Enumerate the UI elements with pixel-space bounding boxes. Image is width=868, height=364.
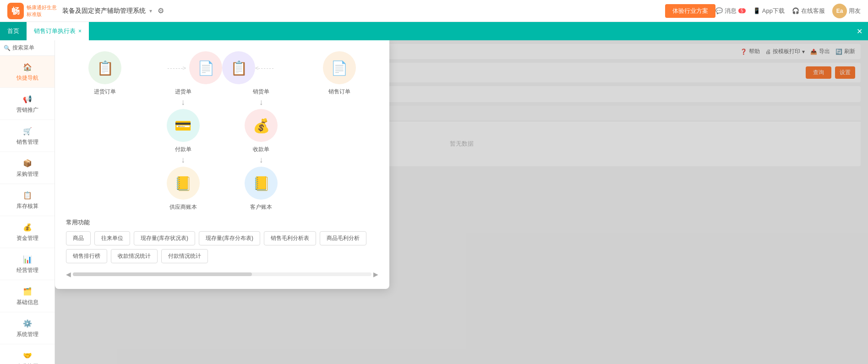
system-title-area: 装备及固定资产辅助管理系统 ▾ ⚙ (62, 6, 660, 15)
purchase-bill-icon: 📄 (189, 51, 222, 84)
receipt-icon: 💰 (245, 109, 278, 142)
message-label: 消息 (725, 7, 737, 15)
arrow-down-sales: ↓ (222, 96, 300, 109)
tab-home[interactable]: 首页 (0, 22, 27, 40)
sidebar-item-label: 营销推广 (16, 106, 38, 114)
marketing-icon: 📢 (22, 93, 33, 104)
logo-area: 畅 畅康通好生意 标准版 (7, 3, 62, 19)
online-service-label: 在线客服 (801, 7, 825, 15)
home-tab-label: 首页 (7, 27, 19, 35)
logo-icon: 畅 (7, 3, 24, 19)
gear-icon[interactable]: ⚙ (158, 6, 164, 15)
flow-diagram: 📋 进货订单 - - - - - -> 📄 (66, 51, 378, 211)
headset-icon: 🎧 (792, 7, 799, 14)
flow-item-receipt[interactable]: 💰 收款单 (222, 109, 300, 153)
flow-col-2: - - - - - -> 📄 进货单 (144, 51, 223, 96)
message-item[interactable]: 💬 消息 5 (715, 7, 746, 15)
sidebar-item-label: 库存核算 (16, 202, 38, 210)
purchase-icon: 📦 (22, 158, 33, 168)
purchase-order-icon: 📋 (88, 51, 121, 84)
sales-bill-icon: 📋 (222, 51, 255, 84)
sales-order-tab-label: 销售订单执行表 (34, 27, 76, 35)
sidebar-item-marketing[interactable]: 📢 营销推广 (0, 88, 55, 120)
sidebar-item-label: 快捷导航 (16, 74, 38, 82)
search-icon: 🔍 (4, 45, 11, 51)
tab-sales-order[interactable]: 销售订单执行表 × (27, 22, 89, 40)
message-icon: 💬 (715, 7, 723, 14)
receipt-label: 收款单 (253, 146, 269, 153)
user-name: 用友 (849, 7, 861, 15)
sidebar-search[interactable]: 🔍 搜索菜单 (0, 40, 55, 56)
app-download-label: App下载 (762, 7, 785, 15)
cf-btn-product-gross[interactable]: 商品毛利分析 (320, 231, 366, 245)
popup-box: 📋 进货订单 - - - - - -> 📄 (55, 40, 389, 289)
home-icon: 🏠 (22, 61, 33, 72)
content-area: ❓ 帮助 🖨 按模板打印 ▾ 📤 导出 🔄 刷新 (55, 40, 868, 364)
trial-button[interactable]: 体验行业方案 (665, 4, 715, 18)
top-header: 畅 畅康通好生意 标准版 装备及固定资产辅助管理系统 ▾ ⚙ 体验行业方案 💬 … (0, 0, 868, 22)
supplier-ledger-label: 供应商账本 (169, 203, 197, 211)
sidebar-item-operations[interactable]: 📊 经营管理 (0, 248, 55, 280)
sidebar-item-base-info[interactable]: 🗂️ 基础信息 (0, 280, 55, 312)
sales-icon: 🛒 (22, 125, 33, 136)
finance-icon: 💰 (22, 222, 33, 233)
sidebar-item-quick-nav[interactable]: 🏠 快捷导航 (0, 56, 55, 88)
online-service-item[interactable]: 🎧 在线客服 (792, 7, 825, 15)
user-avatar: Ea (832, 4, 847, 18)
popup-overlay: 📋 进货订单 - - - - - -> 📄 (55, 40, 868, 364)
user-area[interactable]: Ea 用友 (832, 4, 861, 18)
message-badge: 5 (738, 8, 746, 13)
sidebar-item-system[interactable]: ⚙️ 系统管理 (0, 312, 55, 344)
arrow-down-payment: ↓ (144, 153, 223, 167)
customer-ledger-icon: 📒 (245, 167, 278, 200)
tab-close-icon[interactable]: × (78, 28, 82, 34)
sidebar-item-label: 系统管理 (16, 331, 38, 338)
scrollbar-thumb (73, 272, 252, 276)
cf-buttons-row2: 销售排行榜 收款情况统计 付款情况统计 (66, 249, 378, 263)
window-close-icon[interactable]: ✕ (857, 27, 863, 36)
flow-col-3: 📋 <- - - - - - 销货单 (222, 51, 300, 96)
header-right: 💬 消息 5 📱 App下载 🎧 在线客服 Ea 用友 (715, 4, 861, 18)
sidebar-item-label: 销售管理 (16, 138, 38, 146)
sidebar-item-sales[interactable]: 🛒 销售管理 (0, 120, 55, 152)
cf-btn-stock-dist[interactable]: 现存量(库存分布表) (199, 231, 260, 245)
payment-icon: 💳 (167, 109, 200, 142)
popup-scrollbar: ◀ ▶ (66, 271, 378, 278)
flow-item-payment[interactable]: 💳 付款单 (144, 109, 223, 153)
scroll-right-icon[interactable]: ▶ (373, 271, 378, 278)
scrollbar-track[interactable] (73, 272, 371, 276)
flow-item-purchase-order[interactable]: 📋 进货订单 (66, 51, 144, 96)
logo-text: 畅康通好生意 标准版 (27, 4, 57, 17)
app-download-item[interactable]: 📱 App下载 (753, 7, 785, 15)
scroll-left-icon[interactable]: ◀ (66, 271, 71, 278)
cf-btn-sales-gross[interactable]: 销售毛利分析表 (264, 231, 316, 245)
inventory-icon: 📋 (22, 190, 33, 201)
sales-bill-label: 销货单 (253, 88, 269, 96)
cf-btn-receipt-stats[interactable]: 收款情况统计 (111, 249, 158, 263)
cf-buttons: 商品 往来单位 现存量(库存状况表) 现存量(库存分布表) 销售毛利分析表 商品… (66, 231, 378, 245)
arrow-down-purchase: ↓ (144, 96, 223, 109)
sidebar-item-purchase[interactable]: 📦 采购管理 (0, 152, 55, 184)
flow-item-supplier-ledger[interactable]: 📒 供应商账本 (144, 167, 223, 211)
cf-btn-stock-status[interactable]: 现存量(库存状况表) (134, 231, 195, 245)
base-info-icon: 🗂️ (22, 286, 33, 297)
system-dropdown-arrow[interactable]: ▾ (149, 8, 152, 14)
sidebar-item-inventory[interactable]: 📋 库存核算 (0, 184, 55, 216)
tab-bar: 首页 销售订单执行表 × ✕ (0, 22, 868, 40)
enterprise-icon: 🤝 (22, 350, 33, 361)
sales-order-label: 销售订单 (328, 88, 350, 96)
cf-btn-payment-stats[interactable]: 付款情况统计 (161, 249, 208, 263)
flow-item-customer-ledger[interactable]: 📒 客户账本 (222, 167, 300, 211)
operations-icon: 📊 (22, 254, 33, 265)
system-icon: ⚙️ (22, 318, 33, 329)
cf-btn-partner[interactable]: 往来单位 (94, 231, 130, 245)
sales-order-icon: 📄 (323, 51, 356, 84)
sidebar-item-finance[interactable]: 💰 资金管理 (0, 216, 55, 248)
system-title-text: 装备及固定资产辅助管理系统 (62, 7, 146, 15)
cf-btn-product[interactable]: 商品 (66, 231, 91, 245)
flow-item-sales-order[interactable]: 📄 销售订单 (300, 51, 379, 96)
common-functions: 常用功能 商品 往来单位 现存量(库存状况表) 现存量(库存分布表) 销售毛利分… (66, 218, 378, 263)
sidebar-item-label: 资金管理 (16, 234, 38, 242)
sidebar-item-enterprise[interactable]: 🤝 企业协同 (0, 344, 55, 364)
cf-btn-sales-rank[interactable]: 销售排行榜 (66, 249, 107, 263)
